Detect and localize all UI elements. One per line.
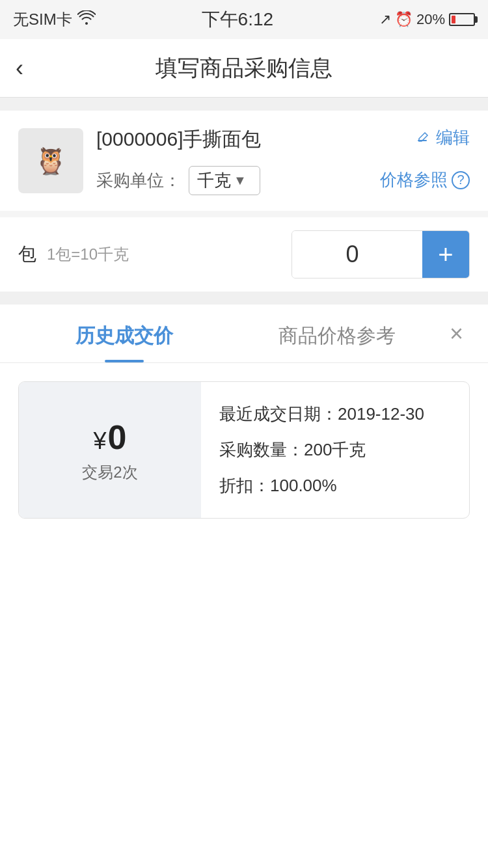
transaction-count: 交易2次 bbox=[82, 462, 137, 483]
unit-dropdown-arrow: ▼ bbox=[234, 173, 247, 188]
pkg-sub-label: 1包=10千克 bbox=[47, 244, 129, 265]
unit-value: 千克 bbox=[197, 169, 231, 192]
quantity-input-wrap: + bbox=[291, 230, 470, 278]
wifi-icon bbox=[77, 10, 96, 29]
history-price-display: ¥0 bbox=[94, 418, 127, 457]
history-details-panel: 最近成交日期：2019-12-30 采购数量：200千克 折扣：100.00% bbox=[201, 382, 469, 518]
help-icon: ? bbox=[452, 171, 470, 189]
price-ref-label: 价格参照 bbox=[380, 169, 448, 191]
time-display: 下午6:12 bbox=[202, 7, 274, 32]
battery-icon bbox=[449, 13, 475, 26]
quantity-row: 包 1包=10千克 + bbox=[0, 217, 488, 292]
carrier-label: 无SIM卡 bbox=[13, 9, 72, 30]
qty-label: 采购数量： bbox=[219, 440, 304, 459]
separator-bar bbox=[0, 211, 488, 217]
date-label: 最近成交日期： bbox=[219, 404, 338, 424]
product-name: [0000006]手撕面包 bbox=[96, 126, 261, 153]
edit-button[interactable]: 编辑 bbox=[416, 126, 470, 149]
product-card: 🦉 [0000006]手撕面包 采购单位： 千克 ▼ 编辑 bbox=[0, 111, 488, 211]
status-right: ↗ ⏰ 20% bbox=[379, 11, 475, 28]
tab-active-underline bbox=[105, 360, 144, 362]
product-actions: 编辑 价格参照 ? bbox=[380, 126, 470, 191]
discount-label: 折扣： bbox=[219, 476, 270, 495]
page-rest bbox=[0, 537, 488, 868]
unit-select[interactable]: 千克 ▼ bbox=[189, 166, 260, 195]
history-discount-row: 折扣：100.00% bbox=[219, 473, 451, 498]
qty-value: 200千克 bbox=[304, 440, 366, 459]
status-bar: 无SIM卡 下午6:12 ↗ ⏰ 20% bbox=[0, 0, 488, 39]
status-left: 无SIM卡 bbox=[13, 9, 96, 30]
tabs-close-button[interactable]: × bbox=[443, 320, 470, 347]
history-card: ¥0 交易2次 最近成交日期：2019-12-30 采购数量：200千克 折扣：… bbox=[18, 381, 470, 519]
tabs-row: 历史成交价 商品价格参考 × bbox=[0, 305, 488, 363]
battery-pct: 20% bbox=[416, 11, 445, 28]
tab-history-price[interactable]: 历史成交价 bbox=[18, 305, 230, 362]
date-value: 2019-12-30 bbox=[338, 404, 424, 424]
product-thumbnail-icon: 🦉 bbox=[34, 146, 67, 176]
tab-product-price-ref[interactable]: 商品价格参考 bbox=[230, 305, 442, 362]
back-button[interactable]: ‹ bbox=[16, 55, 23, 82]
quantity-input[interactable] bbox=[292, 231, 422, 278]
history-price-panel: ¥0 交易2次 bbox=[19, 382, 201, 518]
history-qty-row: 采购数量：200千克 bbox=[219, 437, 451, 463]
pkg-unit-label: 包 bbox=[18, 242, 36, 267]
yen-symbol: ¥ bbox=[94, 427, 107, 454]
nav-bar: ‹ 填写商品采购信息 bbox=[0, 39, 488, 98]
unit-prefix-label: 采购单位： bbox=[96, 169, 181, 192]
edit-label: 编辑 bbox=[436, 126, 470, 149]
page-title: 填写商品采购信息 bbox=[156, 53, 332, 83]
alarm-icon: ⏰ bbox=[395, 11, 413, 28]
history-date-row: 最近成交日期：2019-12-30 bbox=[219, 401, 451, 427]
quantity-plus-button[interactable]: + bbox=[422, 231, 469, 278]
location-icon: ↗ bbox=[379, 11, 391, 28]
product-image: 🦉 bbox=[18, 128, 83, 193]
price-value: 0 bbox=[108, 418, 127, 456]
price-ref-button[interactable]: 价格参照 ? bbox=[380, 169, 470, 191]
history-section: ¥0 交易2次 最近成交日期：2019-12-30 采购数量：200千克 折扣：… bbox=[0, 363, 488, 537]
discount-value: 100.00% bbox=[270, 476, 337, 495]
product-info: [0000006]手撕面包 采购单位： 千克 ▼ bbox=[96, 126, 261, 195]
